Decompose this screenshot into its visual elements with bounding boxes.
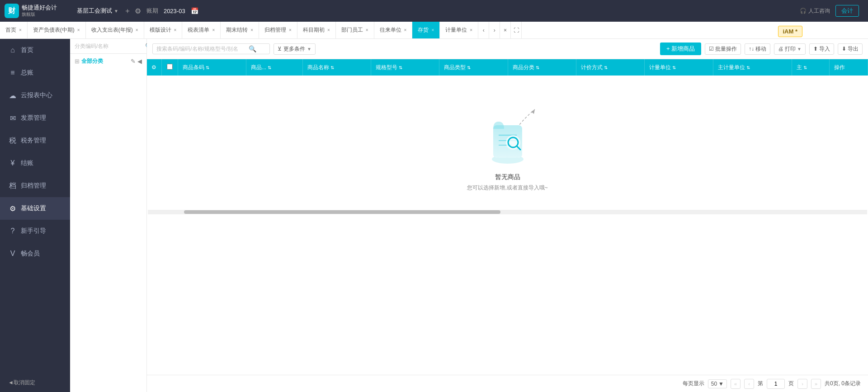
import-btn[interactable]: ⬆ 导入: [809, 43, 834, 55]
col-spec[interactable]: 规格型号⇅: [371, 59, 439, 76]
col-type[interactable]: 商品类型⇅: [439, 59, 508, 76]
horizontal-scrollbar[interactable]: [148, 210, 867, 214]
period-label: 账期: [146, 7, 158, 15]
category-search-row: 🔍: [70, 39, 146, 54]
sidebar-item-close-account[interactable]: ¥ 结账: [0, 152, 70, 175]
sidebar-unpin-btn[interactable]: ◄取消固定: [0, 373, 70, 392]
scrollbar-thumb[interactable]: [184, 210, 500, 214]
table-config-col[interactable]: ⚙: [147, 59, 161, 76]
table-check-col[interactable]: [161, 59, 178, 76]
sidebar-item-general-ledger[interactable]: ≡ 总账: [0, 61, 70, 84]
empty-subtitle: 您可以选择新增,或者直接导入哦~: [467, 184, 547, 192]
sidebar-item-invoice[interactable]: ✉ 发票管理: [0, 107, 70, 129]
logo-area: 财 畅捷通好会计 旗舰版: [5, 4, 72, 18]
tab-inventory[interactable]: 存货 ×: [412, 22, 440, 39]
sort-extra[interactable]: ⇅: [803, 65, 807, 70]
sort-category[interactable]: ⇅: [536, 65, 539, 70]
col-main-unit[interactable]: 主计量单位⇅: [713, 59, 792, 76]
move-btn[interactable]: ↑↓ 移动: [745, 43, 770, 55]
add-tab-icon[interactable]: ＋: [124, 6, 131, 16]
product-search-input[interactable]: [156, 46, 247, 52]
product-search-icon[interactable]: 🔍: [249, 45, 256, 52]
tab-units[interactable]: 计量单位 ×: [440, 22, 478, 39]
sort-type[interactable]: ⇅: [467, 65, 471, 70]
tab-close-contacts[interactable]: ×: [404, 28, 407, 33]
tab-close-tax[interactable]: ×: [212, 28, 215, 33]
col-price-mode[interactable]: 计价方式⇅: [576, 59, 644, 76]
sidebar-item-newbie-guide[interactable]: ? 新手引导: [0, 220, 70, 242]
tab-close-subject[interactable]: ×: [327, 28, 330, 33]
sidebar-item-cloud-reports[interactable]: ☁ 云报表中心: [0, 84, 70, 107]
tab-archive[interactable]: 归档管理 ×: [259, 22, 297, 39]
more-filter-btn[interactable]: ⊻ 更多条件 ▼: [274, 43, 316, 55]
account-button[interactable]: 会计: [835, 5, 859, 17]
page-suffix: 页: [788, 380, 794, 387]
sidebar-item-tax[interactable]: 税 税务管理: [0, 129, 70, 152]
sidebar-item-basic-settings[interactable]: ⚙ 基础设置: [0, 197, 70, 220]
tab-close-home[interactable]: ×: [19, 28, 22, 33]
tab-close-all[interactable]: ×: [500, 22, 511, 39]
col-name[interactable]: 商品名称⇅: [302, 59, 371, 76]
tab-subject-init[interactable]: 科目期初 ×: [297, 22, 336, 39]
sort-name[interactable]: ⇅: [330, 65, 334, 70]
col-unit[interactable]: 计量单位⇅: [645, 59, 713, 76]
home-icon: ⌂: [8, 46, 17, 54]
tab-tax-list[interactable]: 税表清单 ×: [182, 22, 221, 39]
col-extra[interactable]: 主⇅: [792, 59, 829, 76]
col-code[interactable]: 商品...⇅: [246, 59, 302, 76]
page-number-input[interactable]: [767, 379, 785, 389]
sort-spec[interactable]: ⇅: [399, 65, 402, 70]
category-edit-icon[interactable]: ✎: [131, 58, 136, 65]
tab-department[interactable]: 部门员工 ×: [336, 22, 374, 39]
tab-contacts[interactable]: 往来单位 ×: [374, 22, 413, 39]
tab-scroll-right[interactable]: ›: [489, 22, 500, 39]
batch-operation-btn[interactable]: ☑ 批量操作: [705, 43, 741, 55]
sort-code[interactable]: ⇅: [268, 65, 271, 70]
tab-close-template[interactable]: ×: [174, 28, 177, 33]
sidebar-item-vip[interactable]: V 畅会员: [0, 242, 70, 265]
tab-balance-sheet[interactable]: 资产负债表(中期) ×: [28, 22, 86, 39]
tab-home[interactable]: 首页 ×: [0, 22, 28, 39]
export-btn[interactable]: ⬇ 导出: [838, 43, 863, 55]
tab-income-statement[interactable]: 收入支出表(年报) ×: [86, 22, 144, 39]
print-btn[interactable]: 🖨 打印 ▼: [774, 43, 806, 55]
calendar-icon[interactable]: 📅: [191, 7, 198, 14]
tab-close-dept[interactable]: ×: [366, 28, 368, 33]
tab-close-carry[interactable]: ×: [250, 28, 253, 33]
batch-icon: ☑: [709, 46, 714, 52]
sort-barcode[interactable]: ⇅: [206, 65, 209, 70]
svg-marker-0: [531, 109, 535, 114]
sidebar-item-archive[interactable]: 档 归档管理: [0, 175, 70, 197]
settings-icon[interactable]: ⚙: [135, 7, 141, 15]
new-product-btn[interactable]: + 新增商品: [660, 43, 701, 55]
sort-unit[interactable]: ⇅: [672, 65, 676, 70]
next-page-btn[interactable]: ›: [797, 379, 807, 389]
category-collapse-icon[interactable]: ◀: [137, 58, 142, 65]
select-all-checkbox[interactable]: [167, 64, 173, 70]
tab-template-design[interactable]: 模版设计 ×: [144, 22, 183, 39]
all-categories-label[interactable]: 全部分类: [81, 57, 129, 65]
tab-close-inventory[interactable]: ×: [431, 28, 434, 33]
category-search-input[interactable]: [75, 43, 142, 49]
tab-close-balance[interactable]: ×: [77, 28, 80, 33]
tab-scroll-left[interactable]: ‹: [478, 22, 489, 39]
col-category[interactable]: 商品分类⇅: [508, 59, 576, 76]
first-page-btn[interactable]: «: [731, 379, 741, 389]
archive-icon: 档: [8, 181, 17, 191]
sort-main-unit[interactable]: ⇅: [746, 65, 750, 70]
tab-close-income[interactable]: ×: [136, 28, 138, 33]
tab-expand[interactable]: ⛶: [511, 22, 522, 39]
company-selector[interactable]: 基层工会测试 ▼: [77, 7, 118, 15]
tab-close-units[interactable]: ×: [470, 28, 472, 33]
per-page-select[interactable]: 50 ▼: [708, 379, 727, 388]
last-page-btn[interactable]: »: [811, 379, 821, 389]
prev-page-btn[interactable]: ‹: [744, 379, 754, 389]
sidebar-item-home[interactable]: ⌂ 首页: [0, 39, 70, 61]
tab-period-carry[interactable]: 期末结转 ×: [221, 22, 259, 39]
col-barcode[interactable]: 商品条码⇅: [178, 59, 246, 76]
tab-close-archive[interactable]: ×: [289, 28, 292, 33]
close-account-icon: ¥: [8, 159, 17, 167]
company-name: 基层工会测试: [77, 7, 112, 15]
sort-price-mode[interactable]: ⇅: [604, 65, 608, 70]
customer-service-btn[interactable]: 🎧 人工咨询: [800, 7, 830, 15]
